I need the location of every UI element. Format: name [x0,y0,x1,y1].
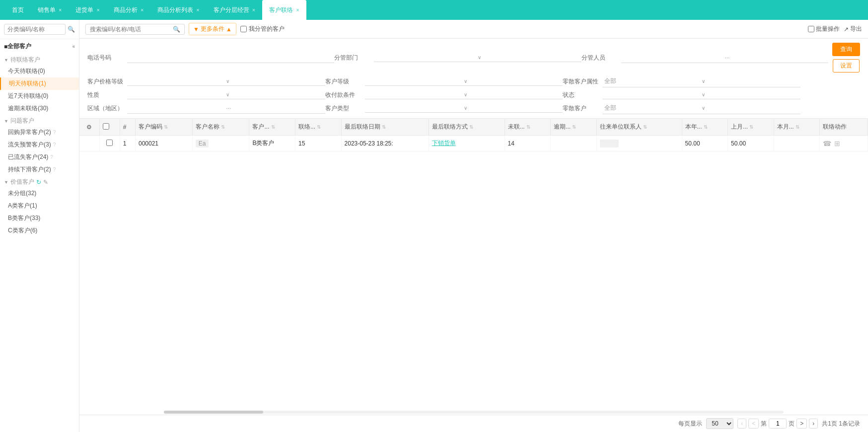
edit-icon[interactable]: ✎ [43,179,48,186]
sidebar-item-ungrouped[interactable]: 未分组(32) [0,187,79,200]
sidebar-item-lost-warning[interactable]: 流失预警客户(3) ? [0,139,79,151]
nav-sales[interactable]: 销售单 × [31,0,69,20]
sidebar-group-pending: 待联络客户 [0,54,79,65]
last-contact-date-col-header[interactable]: 最后联络日期 ⇅ [341,119,429,136]
my-customer-check[interactable] [240,26,247,32]
overdue-col-header[interactable]: 逾期... ⇅ [551,119,597,136]
settings-col-header[interactable]: ⚙ [79,119,99,136]
page-size-select[interactable]: 50 100 200 [706,418,733,429]
sidebar-item-repurchase-abnormal[interactable]: 回购异常客户(2) ? [0,126,79,139]
this-year-col-header[interactable]: 本年... ⇅ [682,119,728,136]
chevron-down-icon: ∨ [702,78,798,84]
last-contact-way-col-header[interactable]: 最后联络方式 ⇅ [429,119,505,136]
first-page-button[interactable]: ‹ [737,419,746,429]
close-icon[interactable]: × [59,7,62,13]
status-select[interactable]: ∨ [602,90,800,99]
sidebar-item-today[interactable]: 今天待联络(0) [0,65,79,77]
nav-analysis[interactable]: 商品分析 × [107,0,150,20]
dept-select[interactable]: ∨ [374,53,581,62]
nav-purchase[interactable]: 进货单 × [69,0,106,20]
sidebar-item-7days[interactable]: 近7天待联络(0) [0,90,79,102]
person-select[interactable]: ··· [621,53,828,63]
page-label: 第 [761,420,767,428]
type-col-header[interactable]: 客户... ⇅ [249,119,295,136]
sidebar-item-declining[interactable]: 持续下滑客户(2) ? [0,163,79,176]
last-month-col-header[interactable]: 上月... ⇅ [728,119,774,136]
filter-row-1: 电话号码 分管部门 ∨ 分管人员 ··· [87,43,860,72]
sidebar-item-tomorrow[interactable]: 明天待联络(1) [0,77,79,90]
scroll-thumb[interactable] [164,411,263,414]
next-page-button[interactable]: > [796,419,807,429]
checkbox-col-header [99,119,120,136]
customer-type-select[interactable]: ∨ [365,104,563,113]
row-settings [79,136,99,151]
help-icon[interactable]: ? [53,130,56,135]
nav-home[interactable]: 首页 [5,0,31,20]
refresh-icon[interactable]: ↻ [36,179,41,186]
chevron-down-icon: ∨ [226,92,323,97]
payment-select[interactable]: ∨ [365,90,563,99]
page-number-input[interactable] [769,419,787,429]
nature-select[interactable]: ∨ [127,90,325,99]
contacts-col-header[interactable]: 联络... ⇅ [295,119,342,136]
help-icon[interactable]: ? [53,167,56,172]
set-button[interactable]: 设置 [833,59,860,72]
close-icon[interactable]: × [141,7,144,13]
help-icon[interactable]: ? [53,142,56,147]
region-select[interactable]: ··· [127,103,325,114]
nav-customer-layering[interactable]: 客户分层经营 × [207,0,262,20]
unit-contact-col-header[interactable]: 往来单位联系人 ⇅ [596,119,682,136]
name-col-header[interactable]: 客户名称 ⇅ [192,119,249,136]
close-icon[interactable]: × [296,7,299,13]
search-icon[interactable]: 🔍 [173,26,180,33]
retail-attr-select[interactable]: 全部 ∨ [602,75,800,87]
grid-icon[interactable]: ⊞ [834,140,840,147]
close-icon[interactable]: × [196,7,199,13]
sidebar-all-customers[interactable]: ■ 全部客户 « [0,39,79,54]
filter-nature: 性质 ∨ [87,90,325,99]
search-input[interactable] [90,26,173,33]
close-icon[interactable]: × [252,7,255,13]
collapse-icon: « [72,44,75,49]
batch-op-button[interactable]: 批量操作 [808,25,840,33]
sidebar-group-value: 价值客户 ↻ ✎ [0,176,79,187]
toolbar: 🔍 ▼ 更多条件 ▲ 我分管的客户 批量操作 ↗ 导出 [79,20,868,39]
last-page-button[interactable]: › [809,419,818,429]
sidebar-item-overdue[interactable]: 逾期未联络(30) [0,102,79,115]
customer-level-select[interactable]: ∨ [365,77,563,86]
this-month-col-header[interactable]: 本月... ⇅ [774,119,820,136]
close-icon[interactable]: × [96,7,99,13]
sidebar-group-problem: 问题客户 [0,115,79,126]
select-all-checkbox[interactable] [103,123,109,130]
contact-phone-icon[interactable]: ☎ [823,140,831,147]
search-icon[interactable]: 🔍 [68,26,75,33]
row-checkbox[interactable] [99,136,120,151]
filter-btn-group: 查询 设置 [832,43,860,72]
nav-customer-contact[interactable]: 客户联络 × [262,0,306,20]
query-button[interactable]: 查询 [832,43,860,56]
row-last-contact-way[interactable]: 下销货单 [429,136,505,151]
more-filter-button[interactable]: ▼ 更多条件 ▲ [189,23,236,35]
batch-checkbox[interactable] [808,26,814,32]
sidebar-item-class-a[interactable]: A类客户(1) [0,200,79,212]
uncontacted-col-header[interactable]: 未联... ⇅ [505,119,551,136]
help-icon[interactable]: ? [50,154,53,160]
retail-customer-select[interactable]: 全部 ∨ [602,102,800,114]
sidebar-item-lost[interactable]: 已流失客户(24) ? [0,151,79,163]
nav-analysis-list[interactable]: 商品分析列表 × [150,0,206,20]
pagination-nav: ‹ < 第 页 > › [737,419,818,429]
code-col-header[interactable]: 客户编码 ⇅ [135,119,192,136]
price-level-select[interactable]: ∨ [127,77,325,86]
sidebar-item-class-c[interactable]: C类客户(6) [0,224,79,237]
export-button[interactable]: ↗ 导出 [844,25,862,33]
prev-page-button[interactable]: < [748,419,759,429]
filter-customer-type: 客户类型 ∨ [325,104,563,113]
sidebar-search-input[interactable] [4,24,66,35]
filter-retail-customer: 零散客户 全部 ∨ [563,102,800,114]
filter-icon: ▼ [193,26,199,33]
scroll-bar[interactable] [79,410,868,415]
my-customer-checkbox[interactable]: 我分管的客户 [240,25,285,33]
phone-input[interactable] [127,53,334,63]
sidebar-item-class-b[interactable]: B类客户(33) [0,212,79,224]
sort-icon: ⇅ [469,124,473,130]
